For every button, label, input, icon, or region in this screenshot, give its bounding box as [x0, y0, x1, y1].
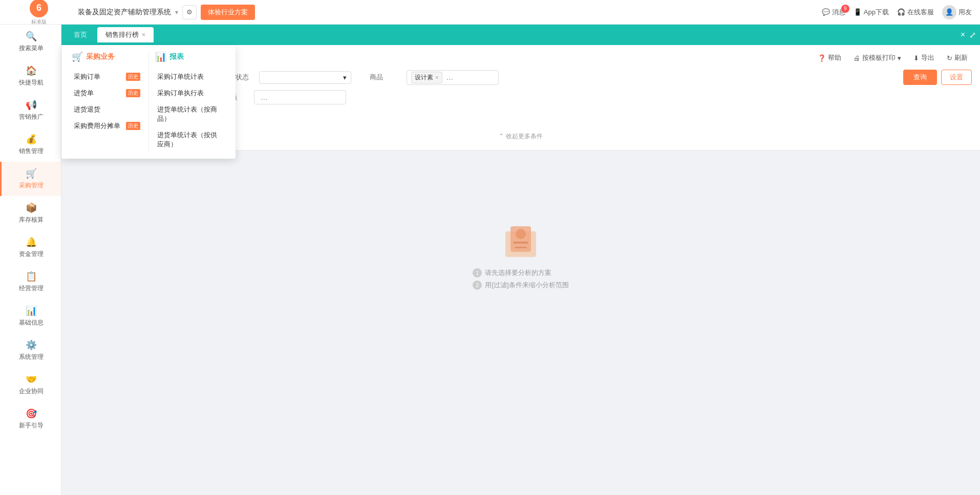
empty-hints: 1 请先选择要分析的方案 2 用[过滤]条件来缩小分析范围 — [473, 268, 568, 290]
product-tag-close[interactable]: × — [435, 74, 438, 80]
basic-info-icon: 📊 — [26, 305, 37, 316]
quick-nav-icon: 🏠 — [26, 65, 37, 76]
reports-col-icon: 📊 — [155, 51, 166, 62]
dropdown-item-purchase-order[interactable]: 采购订单 历史 — [72, 69, 142, 85]
online-service-item[interactable]: 🎧 在线客服 — [897, 8, 934, 17]
sales-icon: 💰 — [26, 134, 37, 145]
app-logo: 6 — [30, 0, 48, 17]
voucher-status-select[interactable]: ▾ — [259, 71, 351, 84]
sidebar: 🔍 搜索菜单 🏠 快捷导航 📢 营销推广 💰 销售管理 🛒 采购管理 📦 库存核… — [0, 25, 61, 495]
svg-rect-4 — [515, 247, 527, 248]
dropdown-cols: 🛒 采购业务 采购订单 历史 进货单 历史 进货退货 采购费用分摊单 历史 — [68, 51, 229, 153]
sidebar-item-beginner-guide[interactable]: 🎯 新手引导 — [0, 402, 61, 436]
help-btn[interactable]: ❓ 帮助 — [814, 51, 845, 64]
tab-sales-rank[interactable]: 销售排行榜 × — [97, 27, 154, 42]
tab-window-close-icon[interactable]: × — [961, 30, 965, 40]
svg-point-2 — [516, 229, 526, 239]
print-btn[interactable]: 🖨 按模板打印 ▾ — [849, 51, 905, 64]
empty-illustration — [495, 216, 546, 262]
purchase-dropdown-menu: 🛒 采购业务 采购订单 历史 进货单 历史 进货退货 采购费用分摊单 历史 — [61, 45, 236, 159]
phone-icon: 📱 — [854, 8, 862, 16]
sidebar-item-marketing[interactable]: 📢 营销推广 — [0, 93, 61, 127]
dropdown-item-goods-receipt[interactable]: 进货单 历史 — [72, 85, 142, 101]
message-item[interactable]: 💬 消息 9 — [822, 8, 845, 17]
dropdown-item-po-execution[interactable]: 采购订单执行表 — [155, 85, 226, 101]
operations-icon: 📋 — [26, 271, 37, 282]
inventory-icon: 📦 — [26, 202, 37, 213]
tab-close-icon[interactable]: × — [142, 31, 145, 38]
tab-fullscreen-icon[interactable]: ⤢ — [969, 30, 976, 40]
refresh-btn[interactable]: ↻ 刷新 — [943, 51, 972, 64]
empty-hint-1: 1 请先选择要分析的方案 — [473, 268, 568, 277]
export-btn[interactable]: ⬇ 导出 — [909, 51, 939, 64]
sidebar-item-purchase-mgmt[interactable]: 🛒 采购管理 — [0, 162, 61, 196]
settings-button[interactable]: 设置 — [941, 70, 972, 85]
sidebar-item-inventory[interactable]: 📦 库存核算 — [0, 196, 61, 230]
enterprise-icon: 🤝 — [26, 374, 37, 385]
dropdown-item-goods-return[interactable]: 进货退货 — [72, 101, 142, 118]
dropdown-divider — [148, 51, 149, 153]
sidebar-item-quick-nav[interactable]: 🏠 快捷导航 — [0, 59, 61, 93]
hint-num-2: 2 — [473, 281, 482, 290]
tab-home[interactable]: 首页 — [66, 27, 95, 42]
product-dots-btn[interactable]: ... — [444, 73, 455, 82]
dropdown-item-purchase-expense[interactable]: 采购费用分摊单 历史 — [72, 118, 142, 134]
print-icon: 🖨 — [854, 54, 860, 62]
system-title-area: 装备及固定资产辅助管理系统 ▾ ⚙ 体验行业方案 — [70, 5, 822, 20]
sidebar-item-search-menu[interactable]: 🔍 搜索菜单 — [0, 25, 61, 59]
sidebar-item-sales-mgmt[interactable]: 💰 销售管理 — [0, 127, 61, 162]
salesperson-filter[interactable]: ... — [254, 90, 346, 104]
sidebar-item-basic-info[interactable]: 📊 基础信息 — [0, 299, 61, 333]
empty-state: 1 请先选择要分析的方案 2 用[过滤]条件来缩小分析范围 — [61, 150, 980, 355]
logo-subtitle: 标准版 — [31, 18, 47, 26]
sidebar-item-operations[interactable]: 📋 经营管理 — [0, 265, 61, 299]
salesperson-dots-btn[interactable]: ... — [259, 93, 269, 102]
history-badge-0: 历史 — [126, 73, 140, 81]
system-title: 装备及固定资产辅助管理系统 — [78, 8, 171, 17]
logo-area: 6 标准版 — [8, 0, 70, 26]
title-dropdown-icon[interactable]: ▾ — [175, 9, 178, 16]
dropdown-item-po-stats[interactable]: 采购订单统计表 — [155, 69, 226, 85]
settings-icon-btn[interactable]: ⚙ — [182, 5, 197, 19]
sidebar-item-finance[interactable]: 🔔 资金管理 — [0, 230, 61, 265]
message-icon: 💬 — [822, 8, 830, 16]
product-filter[interactable]: 设计素 × ... — [407, 70, 499, 85]
help-icon: ❓ — [818, 54, 826, 62]
marketing-icon: 📢 — [26, 99, 37, 111]
history-badge-3: 历史 — [126, 122, 140, 130]
product-label: 商品 — [370, 73, 400, 82]
query-button[interactable]: 查询 — [903, 70, 937, 85]
purchase-icon: 🛒 — [26, 168, 37, 179]
sidebar-item-system-mgmt[interactable]: ⚙️ 系统管理 — [0, 333, 61, 368]
dropdown-col-purchase: 🛒 采购业务 采购订单 历史 进货单 历史 进货退货 采购费用分摊单 历史 — [68, 51, 146, 153]
tab-expand-area: × ⤢ — [961, 30, 976, 40]
dropdown-item-goods-stats-product[interactable]: 进货单统计表（按商品） — [155, 101, 226, 127]
search-menu-icon: 🔍 — [26, 31, 37, 42]
tab-bar: 首页 销售排行榜 × × ⤢ — [61, 25, 980, 45]
message-badge: 9 — [841, 5, 849, 13]
avatar: 👤 — [942, 5, 956, 19]
top-header: 6 标准版 装备及固定资产辅助管理系统 ▾ ⚙ 体验行业方案 💬 消息 9 📱 … — [0, 0, 980, 25]
finance-icon: 🔔 — [26, 236, 37, 248]
app-download-item[interactable]: 📱 App下载 — [854, 8, 889, 17]
voucher-status-dropdown-icon: ▾ — [343, 74, 347, 81]
history-badge-1: 历史 — [126, 89, 140, 97]
export-icon: ⬇ — [913, 54, 919, 62]
refresh-icon: ↻ — [947, 54, 952, 62]
dropdown-col-reports: 📊 报表 采购订单统计表 采购订单执行表 进货单统计表（按商品） 进货单统计表（… — [151, 51, 230, 153]
empty-hint-2: 2 用[过滤]条件来缩小分析范围 — [473, 281, 568, 290]
svg-rect-3 — [513, 242, 528, 244]
purchase-col-title: 🛒 采购业务 — [72, 51, 142, 67]
system-icon: ⚙️ — [26, 339, 37, 351]
industry-button[interactable]: 体验行业方案 — [201, 5, 255, 20]
headset-icon: 🎧 — [897, 8, 905, 16]
dropdown-item-goods-stats-supplier[interactable]: 进货单统计表（按供应商） — [155, 127, 226, 153]
reports-col-title: 📊 报表 — [155, 51, 226, 67]
print-dropdown-icon[interactable]: ▾ — [898, 54, 901, 62]
user-item[interactable]: 👤 用友 — [942, 5, 972, 19]
product-tag: 设计素 × — [411, 72, 442, 83]
sidebar-item-enterprise-coop[interactable]: 🤝 企业协同 — [0, 368, 61, 402]
hint-num-1: 1 — [473, 268, 482, 277]
purchase-col-icon: 🛒 — [72, 51, 83, 62]
header-right: 💬 消息 9 📱 App下载 🎧 在线客服 👤 用友 — [822, 5, 972, 19]
